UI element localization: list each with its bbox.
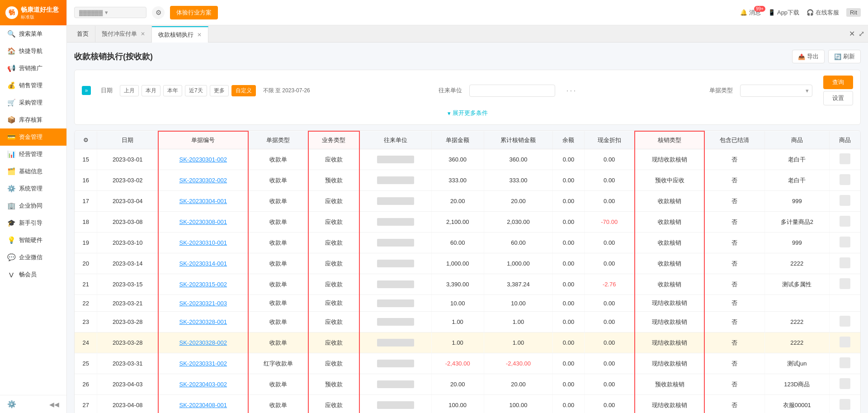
table-scroll[interactable]: ⚙日期单据编号单据类型业务类型往来单位单据金额累计核销金额余额现金折扣核销类型包… (75, 131, 860, 413)
tab-close-collection[interactable]: ✕ (197, 32, 202, 38)
order-link[interactable]: SK-20230310-001 (179, 239, 227, 246)
cell-7-0: 22 (75, 295, 97, 312)
sidebar-item-enterprise[interactable]: 🏢企业协同 (0, 197, 66, 214)
cell-0-5: ████████ (359, 149, 432, 170)
marketing-icon: 📢 (7, 64, 15, 72)
sidebar-item-hardware[interactable]: 💡智能硬件 (0, 232, 66, 249)
basic-icon: 🗂️ (7, 167, 15, 176)
online-service-button[interactable]: 🎧 在线客服 (807, 9, 839, 17)
export-button[interactable]: 📤 导出 (792, 50, 825, 63)
sidebar-nav: 🔍搜索菜单🏠快捷导航📢营销推广💰销售管理🛒采购管理📦库存核算💳资金管理📊经营管理… (0, 25, 66, 395)
date-btn-1[interactable]: 本月 (142, 85, 160, 96)
sidebar-item-label: 经营管理 (19, 150, 42, 158)
order-link[interactable]: SK-20230403-002 (179, 381, 227, 388)
table-row: 242023-03-28SK-20230328-002收款单应收款███████… (75, 332, 860, 353)
table-row: 252023-03-31SK-20230331-002红字收款单应收款█████… (75, 353, 860, 374)
order-link[interactable]: SK-20230331-002 (179, 360, 227, 367)
solution-button[interactable]: 体验行业方案 (170, 6, 218, 19)
cell-0-1: 2023-03-01 (97, 149, 158, 170)
order-link[interactable]: SK-20230315-002 (179, 281, 227, 288)
filter-toggle-button[interactable]: » (82, 86, 91, 95)
date-btn-2[interactable]: 本年 (163, 85, 182, 96)
cell-9-1: 2023-03-28 (97, 332, 158, 353)
date-btn-4[interactable]: 更多 (210, 85, 229, 96)
sidebar-item-operation[interactable]: 📊经营管理 (0, 146, 66, 163)
cell-3-7: 2,030.00 (484, 212, 553, 233)
maximize-button[interactable]: ⤢ (859, 29, 864, 38)
tab-receivables[interactable]: 预付冲应付单✕ (95, 26, 152, 42)
cell-2-5: ████████ (359, 191, 432, 212)
expand-filters-button[interactable]: ▾ 展开更多条件 (448, 109, 488, 117)
sidebar-item-wechat[interactable]: 💬企业微信 (0, 249, 66, 266)
date-custom-btn[interactable]: 自定义 (231, 85, 256, 96)
cell-10-8: 0.00 (553, 353, 584, 374)
order-link[interactable]: SK-20230304-001 (179, 198, 227, 204)
sidebar-item-basic[interactable]: 🗂️基础信息 (0, 163, 66, 180)
order-link[interactable]: SK-20230301-002 (179, 156, 227, 163)
sidebar-item-purchase[interactable]: 🛒采购管理 (0, 94, 66, 111)
cell-10-2: SK-20230331-002 (158, 353, 248, 374)
tab-collection[interactable]: 收款核销执行✕ (152, 26, 208, 43)
cell-7-7: 10.00 (484, 295, 553, 312)
cell-8-7: 1.00 (484, 312, 553, 332)
date-btn-0[interactable]: 上月 (120, 85, 139, 96)
cell-7-5: ████████ (359, 295, 432, 312)
cell-3-13 (830, 212, 860, 233)
query-button[interactable]: 查询 (823, 76, 853, 89)
order-link[interactable]: SK-20230314-001 (179, 260, 227, 267)
order-link[interactable]: SK-20230408-001 (179, 402, 227, 408)
table-row: 152023-03-01SK-20230301-002收款单应收款███████… (75, 149, 860, 170)
cell-7-9: 0.00 (584, 295, 635, 312)
cell-8-9: 0.00 (584, 312, 635, 332)
cell-3-6: 2,100.00 (431, 212, 484, 233)
sidebar-item-finance[interactable]: 💳资金管理 (0, 128, 66, 146)
sidebar-collapse-icon[interactable]: ◀◀ (49, 401, 59, 408)
tab-close-receivables[interactable]: ✕ (141, 31, 145, 37)
cell-8-12: 2222 (764, 312, 830, 332)
cell-12-8: 0.00 (553, 395, 584, 413)
tab-bar: 首页预付冲应付单✕收款核销执行✕✕⤢ (67, 25, 868, 43)
filter-settings-button[interactable]: 设置 (823, 91, 853, 105)
member-icon: V (7, 271, 15, 279)
cell-7-6: 10.00 (431, 295, 484, 312)
refresh-button[interactable]: 🔄 刷新 (828, 50, 861, 63)
more-filters-icon: ··· (566, 86, 577, 95)
table-row: 182023-03-08SK-20230308-001收款单应收款███████… (75, 212, 860, 233)
cell-7-8: 0.00 (553, 295, 584, 312)
tab-label-receivables: 预付冲应付单 (102, 30, 137, 38)
sidebar-settings-icon[interactable]: ⚙️ (7, 400, 16, 408)
sidebar-item-guide[interactable]: 🎓新手引导 (0, 214, 66, 232)
sidebar-item-shortcut[interactable]: 🏠快捷导航 (0, 43, 66, 60)
sidebar-item-inventory[interactable]: 📦库存核算 (0, 111, 66, 128)
date-btn-3[interactable]: 近7天 (185, 85, 207, 96)
sidebar-item-system[interactable]: ⚙️系统管理 (0, 180, 66, 197)
cell-6-12: 测试多属性 (764, 274, 830, 295)
cell-6-3: 收款单 (248, 274, 309, 295)
sidebar-item-sales[interactable]: 💰销售管理 (0, 77, 66, 94)
workspace-selector[interactable]: ▓▓▓▓▓▓ ▾ (74, 7, 146, 18)
cell-9-9: 0.00 (584, 332, 635, 353)
order-link[interactable]: SK-20230302-002 (179, 177, 227, 184)
order-link[interactable]: SK-20230328-001 (179, 318, 227, 325)
partner-filter-input[interactable] (469, 85, 555, 97)
order-link[interactable]: SK-20230321-003 (179, 300, 227, 307)
cell-5-11: 否 (704, 253, 764, 274)
order-link[interactable]: SK-20230308-001 (179, 218, 227, 225)
close-all-tabs-button[interactable]: ✕ (849, 29, 855, 38)
order-type-select[interactable] (740, 85, 812, 97)
sidebar-item-member[interactable]: V畅会员 (0, 266, 66, 283)
order-link[interactable]: SK-20230328-002 (179, 339, 227, 346)
tab-home[interactable]: 首页 (71, 26, 95, 42)
cell-1-8: 0.00 (553, 170, 584, 191)
cell-2-9: 0.00 (584, 191, 635, 212)
user-avatar[interactable]: Rit (846, 8, 861, 17)
cell-1-3: 收款单 (248, 170, 309, 191)
page-content: 收款核销执行(按收款) 📤 导出 🔄 刷新 » 日期 上月本月本年近7天更多自定… (67, 43, 868, 413)
notification-button[interactable]: 🔔 消息 99+ (740, 9, 761, 17)
sidebar-item-marketing[interactable]: 📢营销推广 (0, 60, 66, 77)
cell-4-5: ████████ (359, 233, 432, 253)
app-download-button[interactable]: 📱 App下载 (768, 9, 799, 17)
sidebar-item-search[interactable]: 🔍搜索菜单 (0, 25, 66, 43)
settings-gear-icon[interactable]: ⚙ (152, 6, 165, 19)
enterprise-icon: 🏢 (7, 202, 15, 210)
